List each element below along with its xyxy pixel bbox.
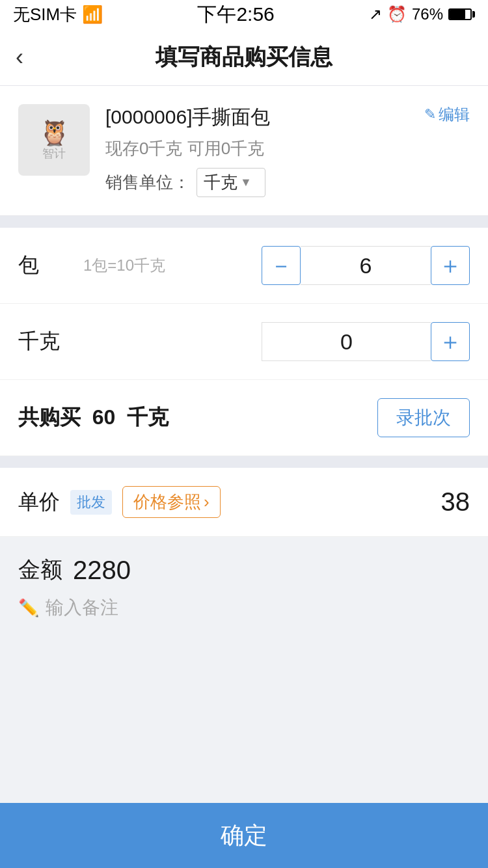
confirm-label: 确定	[221, 820, 267, 852]
nav-bar: ‹ 填写商品购买信息	[0, 29, 488, 86]
product-header: [0000006]手撕面包 ✎ 编辑	[105, 104, 470, 131]
amount-value: 2280	[73, 556, 131, 585]
bag-label: 包	[18, 251, 70, 280]
carrier-text: 无SIM卡	[13, 3, 77, 26]
product-image: 🦉 智计	[18, 104, 90, 176]
input-section: 包 1包=10千克 － ＋ 千克 ＋	[0, 228, 488, 380]
total-row: 共购买 60 千克 录批次	[0, 380, 488, 456]
product-card: 🦉 智计 [0000006]手撕面包 ✎ 编辑 现存0千克 可用0千克 销售单位…	[0, 86, 488, 216]
edit-label: 编辑	[439, 104, 470, 125]
total-quantity: 60	[92, 405, 116, 429]
batch-button[interactable]: 录批次	[377, 398, 470, 437]
amount-label: 金额	[18, 555, 62, 585]
kg-quantity-input[interactable]	[262, 322, 431, 361]
edit-button[interactable]: ✎ 编辑	[424, 104, 470, 125]
status-right: ↗ ⏰ 76%	[369, 5, 475, 23]
spacer	[0, 631, 488, 813]
price-tag: 批发	[70, 490, 112, 515]
bag-plus-button[interactable]: ＋	[431, 246, 470, 285]
price-ref-button[interactable]: 价格参照 ›	[122, 486, 221, 518]
status-bar: 无SIM卡 📶 下午2:56 ↗ ⏰ 76%	[0, 0, 488, 29]
price-section: 单价 批发 价格参照 › 38	[0, 468, 488, 537]
unit-label: 销售单位：	[105, 171, 190, 194]
status-left: 无SIM卡 📶	[13, 3, 103, 26]
product-unit-row: 销售单位： 千克 ▼	[105, 168, 470, 197]
total-text: 共购买 60 千克	[18, 403, 169, 432]
kg-quantity-control: ＋	[262, 322, 470, 361]
confirm-button[interactable]: 确定	[0, 803, 488, 868]
edit-icon: ✎	[424, 106, 436, 123]
remark-row[interactable]: ✏️ 输入备注	[18, 595, 470, 620]
bag-minus-button[interactable]: －	[262, 246, 301, 285]
amount-section: 金额 2280 ✏️ 输入备注	[0, 537, 488, 631]
unit-value: 千克	[204, 171, 237, 194]
price-row: 单价 批发 价格参照 › 38	[0, 468, 488, 537]
remark-placeholder: 输入备注	[46, 595, 118, 620]
product-stock: 现存0千克 可用0千克	[105, 137, 470, 160]
page-title: 填写商品购买信息	[156, 42, 332, 72]
logo-text: 智计	[39, 147, 70, 161]
kg-label: 千克	[18, 327, 70, 356]
product-info: [0000006]手撕面包 ✎ 编辑 现存0千克 可用0千克 销售单位： 千克 …	[105, 104, 470, 197]
price-ref-arrow: ›	[204, 492, 210, 512]
wifi-icon: 📶	[82, 5, 103, 25]
product-name: [0000006]手撕面包	[105, 104, 424, 131]
location-icon: ↗	[369, 5, 382, 23]
total-prefix: 共购买	[18, 405, 81, 429]
bag-quantity-control: － ＋	[262, 246, 470, 285]
status-time: 下午2:56	[197, 1, 274, 28]
unit-select[interactable]: 千克 ▼	[197, 168, 265, 197]
battery-percent: 76%	[412, 5, 443, 23]
dropdown-icon: ▼	[240, 176, 252, 189]
quantity-row-2: 千克 ＋	[0, 304, 488, 380]
price-ref-label: 价格参照	[133, 491, 201, 513]
section-divider-1	[0, 216, 488, 228]
bag-hint: 1包=10千克	[83, 255, 249, 276]
pencil-icon: ✏️	[18, 598, 39, 618]
section-divider-2	[0, 456, 488, 468]
amount-row: 金额 2280	[18, 555, 470, 585]
battery-icon	[448, 8, 475, 20]
kg-plus-button[interactable]: ＋	[431, 322, 470, 361]
price-value: 38	[441, 487, 470, 517]
content: 🦉 智计 [0000006]手撕面包 ✎ 编辑 现存0千克 可用0千克 销售单位…	[0, 86, 488, 813]
alarm-icon: ⏰	[387, 5, 407, 23]
total-suffix: 千克	[127, 405, 169, 429]
back-button[interactable]: ‹	[16, 44, 23, 71]
bag-quantity-input[interactable]	[301, 246, 431, 285]
quantity-row-1: 包 1包=10千克 － ＋	[0, 228, 488, 304]
price-label: 单价	[18, 488, 60, 517]
